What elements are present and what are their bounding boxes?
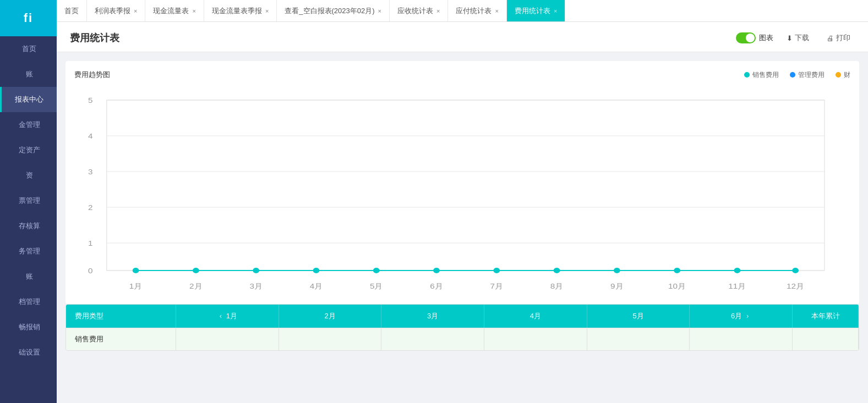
- legend-admin: 管理费用: [790, 70, 825, 80]
- close-icon[interactable]: ×: [436, 8, 440, 14]
- tab-cashflow-quarterly[interactable]: 现金流量表季报 ×: [204, 0, 277, 22]
- cell-1: [176, 328, 279, 350]
- sidebar-item-archive[interactable]: 档管理: [0, 289, 57, 314]
- cell-6: [690, 328, 793, 350]
- print-icon: 🖨: [827, 34, 834, 42]
- sidebar-item-assets[interactable]: 定资产: [0, 137, 57, 163]
- svg-point-31: [493, 268, 500, 273]
- sidebar-logo: fi: [0, 0, 57, 36]
- chart-section: 费用趋势图 销售费用 管理费用 财: [65, 61, 859, 304]
- page-title: 费用统计表: [70, 31, 119, 45]
- svg-rect-12: [107, 100, 825, 270]
- chart-header: 费用趋势图 销售费用 管理费用 财: [74, 70, 850, 80]
- sidebar-item-ledger[interactable]: 账: [0, 264, 57, 289]
- sidebar-item-home[interactable]: 首页: [0, 36, 57, 62]
- svg-text:12月: 12月: [787, 282, 804, 290]
- close-icon[interactable]: ×: [495, 8, 498, 14]
- svg-point-26: [193, 268, 199, 273]
- col-header-3: 3月: [381, 305, 484, 328]
- sidebar-item-finance[interactable]: 金管理: [0, 112, 57, 137]
- col-header-type: 费用类型: [66, 305, 176, 328]
- tab-profit-quarterly[interactable]: 利润表季报 ×: [87, 0, 145, 22]
- tab-receivable[interactable]: 应收统计表 ×: [390, 0, 448, 22]
- svg-text:1: 1: [88, 239, 93, 247]
- svg-text:4: 4: [88, 132, 93, 140]
- close-icon[interactable]: ×: [134, 8, 137, 14]
- sidebar-item-service[interactable]: 务管理: [0, 239, 57, 264]
- svg-point-28: [313, 268, 320, 273]
- sidebar-item-reports[interactable]: 报表中心: [0, 87, 57, 112]
- col-header-total: 本年累计: [793, 305, 859, 328]
- svg-text:2月: 2月: [189, 282, 203, 290]
- sidebar: fi 首页 账 报表中心 金管理 定资产 资 票管理 存核算 务管理 账 档管理…: [0, 0, 57, 403]
- chart-title: 费用趋势图: [74, 70, 110, 80]
- svg-point-27: [253, 268, 259, 273]
- chart-legend: 销售费用 管理费用 财: [744, 70, 850, 80]
- col-header-6: 6月 ›: [690, 305, 793, 328]
- legend-label-finance: 财: [844, 70, 850, 80]
- cell-2: [279, 328, 382, 350]
- legend-dot-sales: [744, 72, 750, 78]
- svg-text:5月: 5月: [370, 282, 383, 290]
- svg-text:11月: 11月: [728, 282, 746, 290]
- table-row: 销售费用: [66, 328, 859, 350]
- page-header: 费用统计表 图表 ⬇ 下载 🖨 打印: [57, 22, 868, 52]
- legend-sales: 销售费用: [744, 70, 779, 80]
- svg-text:0: 0: [88, 267, 93, 275]
- close-icon[interactable]: ×: [554, 8, 557, 14]
- close-icon[interactable]: ×: [265, 8, 269, 14]
- sidebar-item-account[interactable]: 账: [0, 62, 57, 87]
- next-arrow[interactable]: ›: [744, 312, 751, 320]
- toggle-container: 图表: [736, 32, 773, 43]
- col-header-5: 5月: [587, 305, 690, 328]
- svg-text:2: 2: [88, 203, 93, 212]
- cell-3: [381, 328, 484, 350]
- chart-svg: 5 4 3 2 1 0 1月 2月: [74, 86, 850, 295]
- svg-text:6月: 6月: [430, 282, 443, 290]
- prev-arrow[interactable]: ‹: [217, 312, 224, 320]
- col-header-2: 2月: [279, 305, 382, 328]
- tab-payable[interactable]: 应付统计表 ×: [448, 0, 506, 22]
- svg-text:3月: 3月: [249, 282, 263, 290]
- legend-dot-finance: [836, 72, 841, 78]
- svg-text:10月: 10月: [668, 282, 686, 290]
- svg-point-36: [792, 268, 799, 273]
- table-header: 费用类型 ‹ 1月 2月 3月 4月 5月: [66, 305, 859, 328]
- sidebar-item-invoices[interactable]: 票管理: [0, 188, 57, 213]
- col-header-1: ‹ 1月: [176, 305, 279, 328]
- svg-point-32: [554, 268, 560, 273]
- sidebar-item-inventory[interactable]: 存核算: [0, 213, 57, 239]
- svg-point-34: [674, 268, 680, 273]
- tab-blank-report[interactable]: 查看_空白报表(2023年02月) ×: [277, 0, 390, 22]
- tab-cashflow[interactable]: 现金流量表 ×: [145, 0, 204, 22]
- svg-text:1月: 1月: [129, 282, 143, 290]
- sidebar-item-investment[interactable]: 资: [0, 163, 57, 188]
- sidebar-item-reimbursement[interactable]: 畅报销: [0, 314, 57, 340]
- svg-point-30: [433, 268, 440, 273]
- toggle-label: 图表: [759, 33, 773, 43]
- legend-dot-admin: [790, 72, 795, 78]
- close-icon[interactable]: ×: [192, 8, 195, 14]
- cell-total: [793, 328, 859, 350]
- close-icon[interactable]: ×: [378, 8, 381, 14]
- chart-toggle[interactable]: [736, 32, 756, 43]
- print-button[interactable]: 🖨 打印: [822, 31, 855, 45]
- header-actions: 图表 ⬇ 下载 🖨 打印: [736, 31, 855, 45]
- main-area: 首页 利润表季报 × 现金流量表 × 现金流量表季报 × 查看_空白报表(202…: [57, 0, 868, 403]
- page-content: 费用统计表 图表 ⬇ 下载 🖨 打印 费用趋势图: [57, 22, 868, 403]
- svg-point-25: [133, 268, 139, 273]
- tab-bar: 首页 利润表季报 × 现金流量表 × 现金流量表季报 × 查看_空白报表(202…: [57, 0, 868, 22]
- download-button[interactable]: ⬇ 下载: [782, 31, 814, 45]
- legend-label-sales: 销售费用: [752, 70, 779, 80]
- svg-point-33: [614, 268, 620, 273]
- tab-expense[interactable]: 费用统计表 ×: [507, 0, 565, 22]
- legend-label-admin: 管理费用: [798, 70, 825, 80]
- cell-type: 销售费用: [66, 328, 176, 350]
- tab-home[interactable]: 首页: [57, 0, 87, 22]
- svg-point-35: [734, 268, 741, 273]
- svg-text:9月: 9月: [610, 282, 624, 290]
- svg-text:4月: 4月: [310, 282, 323, 290]
- download-icon: ⬇: [787, 34, 793, 42]
- chart-area: 5 4 3 2 1 0 1月 2月: [74, 86, 850, 295]
- sidebar-item-settings[interactable]: 础设置: [0, 340, 57, 365]
